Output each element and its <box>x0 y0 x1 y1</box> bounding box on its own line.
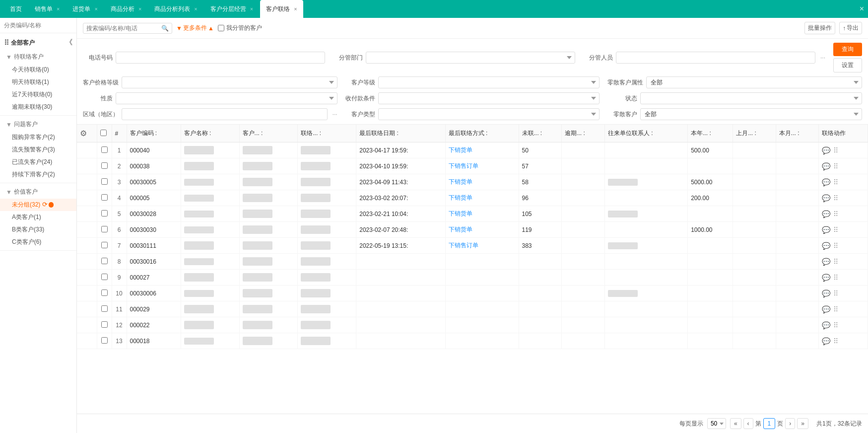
col-check-cell[interactable] <box>97 254 112 270</box>
contact-more-icon[interactable]: ⠿ <box>833 274 838 282</box>
retail-attr-select[interactable]: 全部 <box>646 76 862 88</box>
filter-search-icon[interactable]: 🔍 <box>161 25 169 32</box>
contact-call-icon[interactable]: 💬 <box>822 274 830 282</box>
col-check-cell[interactable] <box>97 301 112 317</box>
contact-call-icon[interactable]: 💬 <box>822 194 830 202</box>
contact-call-icon[interactable]: 💬 <box>822 178 830 186</box>
contact-more-icon[interactable]: ⠿ <box>833 226 838 234</box>
col-code-header[interactable]: 客户编码 : <box>127 125 181 143</box>
sidebar-item-1-3[interactable]: 持续下滑客户(2) <box>0 168 76 181</box>
contact-more-icon[interactable]: ⠿ <box>833 210 838 218</box>
col-checkbox[interactable] <box>97 125 112 143</box>
sidebar-section-0[interactable]: ▼待联络客户 <box>0 50 76 64</box>
more-conditions-btn[interactable]: ▼ 更多条件 ▲ <box>176 24 214 32</box>
col-name-header[interactable]: 客户名称 : <box>181 125 239 143</box>
contact-call-icon[interactable]: 💬 <box>822 146 830 154</box>
export-btn[interactable]: ↑ 导出 <box>839 22 862 34</box>
bulk-ops-btn[interactable]: 批量操作 <box>804 22 835 34</box>
prev-page-btn[interactable]: ‹ <box>743 418 753 429</box>
col-check-cell[interactable] <box>97 190 112 206</box>
nav-tab-3[interactable]: 商品分析列表× <box>148 0 203 18</box>
col-check-cell[interactable] <box>97 333 112 349</box>
col-check-cell[interactable] <box>97 238 112 254</box>
sidebar-item-0-3[interactable]: 逾期未联络(30) <box>0 101 76 113</box>
col-settings[interactable]: ⚙ <box>77 125 97 143</box>
contact-call-icon[interactable]: 💬 <box>822 242 830 250</box>
contact-call-icon[interactable]: 💬 <box>822 162 830 170</box>
contact-more-icon[interactable]: ⠿ <box>833 289 838 297</box>
close-all-button[interactable]: × <box>860 4 864 13</box>
sidebar-item-1-2[interactable]: 已流失客户(24) <box>0 156 76 168</box>
tab-close-1[interactable]: × <box>94 6 97 12</box>
next-page-btn[interactable]: › <box>785 418 795 429</box>
col-check-cell[interactable] <box>97 143 112 158</box>
col-this-month-header[interactable]: 本月... : <box>776 125 819 143</box>
contact-call-icon[interactable]: 💬 <box>822 258 830 266</box>
col-this-year-header[interactable]: 本年... : <box>688 125 733 143</box>
contact-more-icon[interactable]: ⠿ <box>833 258 838 266</box>
contact-call-icon[interactable]: 💬 <box>822 305 830 313</box>
dept-select[interactable] <box>366 52 575 64</box>
sidebar-item-0-2[interactable]: 近7天待联络(0) <box>0 88 76 101</box>
nature-select[interactable] <box>116 92 337 104</box>
sidebar-section-2[interactable]: ▼价值客户 <box>0 185 76 199</box>
contact-more-icon[interactable]: ⠿ <box>833 242 838 250</box>
nav-tab-4[interactable]: 客户分层经营× <box>204 0 259 18</box>
phone-input[interactable] <box>116 52 325 64</box>
first-page-btn[interactable]: « <box>730 418 741 429</box>
col-type-header[interactable]: 客户... : <box>239 125 298 143</box>
customer-level-select[interactable] <box>378 76 600 88</box>
filter-search-input[interactable] <box>86 25 159 32</box>
my-customer-checkbox[interactable]: 我分管的客户 <box>218 24 262 32</box>
nav-home[interactable]: 首页 <box>4 2 28 16</box>
contact-more-icon[interactable]: ⠿ <box>833 146 838 154</box>
tab-close-4[interactable]: × <box>250 6 253 12</box>
col-last-month-header[interactable]: 上月... : <box>733 125 776 143</box>
nav-tab-5[interactable]: 客户联络× <box>260 0 303 18</box>
sidebar-item-2-0[interactable]: 未分组(32) ⟳ <box>0 199 76 211</box>
contact-more-icon[interactable]: ⠿ <box>833 321 838 329</box>
sidebar-search-input[interactable] <box>4 22 77 29</box>
sidebar-item-1-0[interactable]: 囤购异常客户(2) <box>0 131 76 144</box>
sidebar-item-2-3[interactable]: C类客户(6) <box>0 236 76 248</box>
manager-input[interactable] <box>616 52 815 64</box>
nav-tab-2[interactable]: 商品分析× <box>105 0 147 18</box>
manager-dots[interactable]: ··· <box>820 54 825 61</box>
page-size-select[interactable]: 50 <box>707 418 726 429</box>
tab-close-2[interactable]: × <box>138 6 141 12</box>
region-input[interactable] <box>122 108 328 120</box>
col-check-cell[interactable] <box>97 222 112 238</box>
contact-call-icon[interactable]: 💬 <box>822 289 830 297</box>
tab-close-0[interactable]: × <box>57 6 60 12</box>
contact-call-icon[interactable]: 💬 <box>822 321 830 329</box>
nav-tab-1[interactable]: 进货单× <box>67 0 103 18</box>
query-btn[interactable]: 查询 <box>833 43 862 56</box>
payment-select[interactable] <box>378 92 600 104</box>
contact-more-icon[interactable]: ⠿ <box>833 194 838 202</box>
contact-more-icon[interactable]: ⠿ <box>833 305 838 313</box>
col-check-cell[interactable] <box>97 206 112 222</box>
col-check-cell[interactable] <box>97 158 112 174</box>
sidebar-item-0-1[interactable]: 明天待联络(1) <box>0 76 76 88</box>
last-page-btn[interactable]: » <box>797 418 808 429</box>
col-check-cell[interactable] <box>97 317 112 333</box>
status-select[interactable] <box>640 92 862 104</box>
region-dots[interactable]: ··· <box>333 111 337 118</box>
col-check-cell[interactable] <box>97 174 112 190</box>
tab-close-5[interactable]: × <box>294 6 297 12</box>
contact-call-icon[interactable]: 💬 <box>822 226 830 234</box>
col-contact-header[interactable]: 联络... : <box>298 125 356 143</box>
price-level-select[interactable] <box>122 76 337 88</box>
contact-call-icon[interactable]: 💬 <box>822 210 830 218</box>
reset-btn[interactable]: 设置 <box>833 58 862 72</box>
col-overdue-header[interactable]: 逾期... : <box>562 125 605 143</box>
sidebar-item-0-0[interactable]: 今天待联络(0) <box>0 64 76 76</box>
refresh-icon[interactable]: ⟳ <box>42 201 48 208</box>
col-check-cell[interactable] <box>97 286 112 301</box>
col-last-date-header[interactable]: 最后联络日期 : <box>356 125 445 143</box>
contact-more-icon[interactable]: ⠿ <box>833 162 838 170</box>
nav-tab-0[interactable]: 销售单× <box>29 0 66 18</box>
contact-more-icon[interactable]: ⠿ <box>833 337 838 345</box>
contact-call-icon[interactable]: 💬 <box>822 337 830 345</box>
tree-all-customers[interactable]: ⠿ 全部客户 《 <box>0 35 76 50</box>
